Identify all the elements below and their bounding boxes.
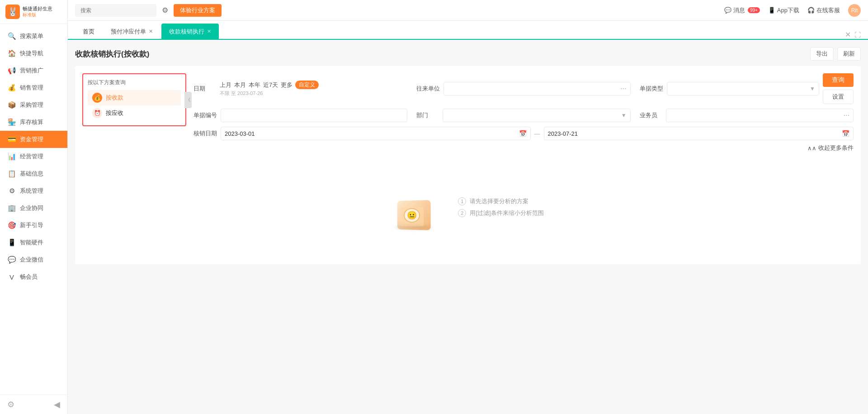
sidebar-item-smart-hw[interactable]: 📱智能硬件 (0, 234, 67, 251)
doc-no-input[interactable] (221, 109, 407, 122)
receipt-option-icon: 💰 (92, 93, 102, 103)
sidebar-item-search-menu[interactable]: 🔍搜索菜单 (0, 28, 67, 45)
refresh-button[interactable]: 刷新 (837, 47, 861, 61)
empty-hint-2: 2 用[过滤]条件来缩小分析范围 (458, 209, 543, 217)
setting-button[interactable]: 设置 (823, 90, 854, 104)
messages-label: 消息 (733, 6, 745, 14)
staff-field: 业务员 ··· (640, 109, 854, 122)
tab-prepaid-close-icon[interactable]: ✕ (149, 29, 153, 34)
counterparty-more-icon[interactable]: ··· (620, 85, 626, 93)
sidebar-item-label: 企业微信 (20, 256, 43, 264)
verify-date-end-value: 2023-07-21 (548, 130, 578, 137)
settings-bottom-icon[interactable]: ⚙ (7, 400, 14, 409)
tab-prepaid-offset[interactable]: 预付冲应付单 ✕ (103, 24, 160, 39)
smart-hw-icon: 📱 (7, 238, 16, 247)
counterparty-select[interactable]: ··· (443, 82, 630, 95)
sidebar-item-basic-info[interactable]: 📋基础信息 (0, 165, 67, 182)
staff-select[interactable]: ··· (666, 109, 854, 122)
date-label: 日期 (193, 85, 216, 93)
sidebar-item-enterprise[interactable]: 🏢企业协同 (0, 200, 67, 217)
filter-option-by-receivable[interactable]: ⏰ 按应收 (88, 105, 181, 121)
box-shadow (394, 225, 433, 230)
sidebar-item-marketing[interactable]: 📢营销推广 (0, 62, 67, 79)
sidebar-item-inventory[interactable]: 🏪库存核算 (0, 114, 67, 131)
query-form: 日期 上月 本月 本年 近7天 更多 自定义 不限 至 (193, 73, 854, 152)
search-icon: 🔍 (7, 32, 16, 40)
shortcut-this-month[interactable]: 本月 (234, 81, 246, 89)
tab-home-label: 首页 (83, 28, 94, 36)
empty-hint-1: 1 请先选择要分析的方案 (458, 197, 543, 205)
receipt-option-label: 按收款 (106, 94, 123, 102)
user-name: Rit (851, 7, 858, 14)
sidebar-item-guide[interactable]: 🎯新手引导 (0, 217, 67, 234)
sidebar-item-vip[interactable]: V畅会员 (0, 268, 67, 286)
sidebar-item-label: 销售管理 (20, 84, 43, 92)
dept-select[interactable]: ▼ (443, 109, 630, 122)
messages-button[interactable]: 💬 消息 99+ (724, 6, 760, 14)
sidebar-item-label: 智能硬件 (20, 238, 43, 247)
collapse-more-conditions[interactable]: ∧∧ 收起更多条件 (193, 144, 854, 152)
receivable-option-icon: ⏰ (92, 108, 102, 118)
hint-1-text: 请先选择要分析的方案 (470, 197, 528, 205)
staff-label: 业务员 (640, 111, 662, 119)
filter-panel-collapse-icon[interactable]: 《 (184, 92, 192, 108)
dept-field: 部门 ▼ (416, 109, 630, 122)
user-avatar[interactable]: Rit (848, 4, 861, 17)
shortcut-custom-active[interactable]: 自定义 (295, 81, 319, 89)
tab-receipt-offset[interactable]: 收款核销执行 ✕ (161, 24, 219, 39)
query-button[interactable]: 查询 (823, 73, 854, 87)
sidebar-item-sales[interactable]: 💰销售管理 (0, 79, 67, 96)
tab-receipt-close-icon[interactable]: ✕ (207, 29, 211, 34)
empty-illustration: 😐 (392, 185, 442, 230)
shortcut-this-year[interactable]: 本年 (249, 81, 260, 89)
filter-grid-row2: 单据编号 部门 ▼ 业务员 (193, 109, 854, 122)
sidebar-item-wechat[interactable]: 💬企业微信 (0, 251, 67, 268)
collapse-sidebar-icon[interactable]: ◀ (54, 400, 60, 409)
collapse-more-label: 收起更多条件 (818, 144, 854, 152)
doc-no-label: 单据编号 (193, 111, 217, 119)
filter-option-by-receipt[interactable]: 💰 按收款 (88, 90, 181, 105)
doc-type-select[interactable]: ▼ (667, 82, 819, 95)
shortcut-more[interactable]: 更多 (281, 81, 292, 89)
gear-icon[interactable]: ⚙ (162, 6, 168, 14)
shortcut-7days[interactable]: 近7天 (263, 81, 278, 89)
shortcut-last-month[interactable]: 上月 (220, 81, 231, 89)
marketing-icon: 📢 (7, 67, 16, 75)
step-num-2: 2 (458, 209, 466, 217)
app-download-button[interactable]: 📱 App下载 (768, 6, 799, 14)
verify-date-end-input[interactable]: 2023-07-21 📅 (544, 127, 854, 140)
export-button[interactable]: 导出 (810, 47, 834, 61)
app-download-label: App下载 (777, 6, 799, 14)
sidebar-item-operations[interactable]: 📊经营管理 (0, 148, 67, 165)
tab-home[interactable]: 首页 (75, 24, 102, 39)
sidebar-item-label: 库存核算 (20, 118, 43, 126)
close-all-tabs-icon[interactable]: ✕ (845, 30, 851, 39)
sidebar-item-label: 采购管理 (20, 101, 43, 109)
search-input[interactable] (75, 4, 156, 17)
collapse-more-up-icon: ∧∧ (807, 145, 816, 152)
industry-solution-button[interactable]: 体验行业方案 (174, 4, 222, 17)
verify-date-start-calendar-icon: 📅 (519, 130, 527, 137)
hint-2-text: 用[过滤]条件来缩小分析范围 (470, 209, 543, 217)
app-download-icon: 📱 (768, 7, 775, 14)
sidebar-item-finance[interactable]: 💳资金管理 (0, 131, 67, 148)
expand-tabs-icon[interactable]: ⛶ (854, 31, 861, 38)
sidebar-item-label: 系统管理 (20, 187, 43, 195)
topbar-right: 💬 消息 99+ 📱 App下载 🎧 在线客服 Rit (724, 4, 861, 17)
sidebar-item-system[interactable]: ⚙系统管理 (0, 182, 67, 200)
empty-state: 😐 1 请先选择要分析的方案 2 用[过滤]条件来缩小分析范围 (82, 157, 854, 257)
sidebar-item-label: 企业协同 (20, 204, 43, 212)
sales-icon: 💰 (7, 84, 16, 92)
sidebar-item-label: 基础信息 (20, 170, 43, 178)
sidebar-item-quick-nav[interactable]: 🏠快捷导航 (0, 45, 67, 62)
tabbar: 首页 预付冲应付单 ✕ 收款核销执行 ✕ ✕ ⛶ (68, 21, 868, 40)
staff-more-icon[interactable]: ··· (844, 111, 849, 119)
doc-type-label: 单据类型 (640, 85, 663, 93)
verify-date-end-calendar-icon: 📅 (842, 130, 849, 137)
sidebar-logo: 🐰 畅捷通好生意 标准版 (0, 0, 67, 24)
sidebar-item-purchase[interactable]: 📦采购管理 (0, 96, 67, 114)
verify-date-start-input[interactable]: 2023-03-01 📅 (221, 127, 531, 140)
main-content: ⚙ 体验行业方案 💬 消息 99+ 📱 App下载 🎧 在线客服 Rit (68, 0, 868, 414)
sidebar-bottom: ⚙ ◀ (0, 395, 67, 414)
online-service-button[interactable]: 🎧 在线客服 (807, 6, 840, 14)
